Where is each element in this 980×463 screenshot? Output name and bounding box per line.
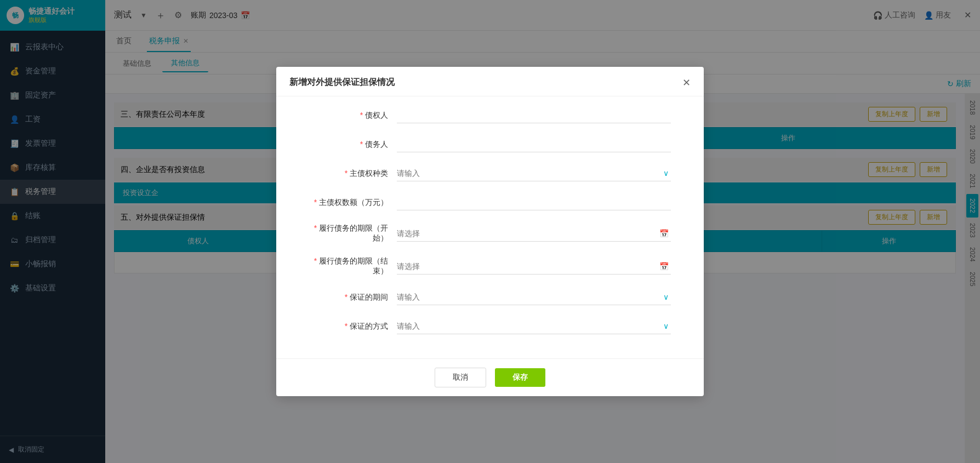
field-guarantee-method-row: * 保证的方式 ∨ xyxy=(309,318,671,334)
period-end-date-wrapper: 📅 xyxy=(397,259,671,275)
modal-add-guarantee: 新增对外提供保证担保情况 ✕ * 债权人 * 债务人 xyxy=(276,67,704,396)
field-debt-amount-label: * 主债权数额（万元） xyxy=(309,198,397,208)
field-period-start-row: * 履行债务的期限（开始） 📅 xyxy=(309,224,671,243)
field-creditor-row: * 债权人 xyxy=(309,107,671,123)
field-debt-type-label: * 主债权种类 xyxy=(309,169,397,179)
modal-overlay: 新增对外提供保证担保情况 ✕ * 债权人 * 债务人 xyxy=(0,0,980,463)
debt-amount-input[interactable] xyxy=(397,195,671,210)
debtor-input[interactable] xyxy=(397,136,671,152)
guarantee-period-select-wrapper: ∨ xyxy=(397,289,671,305)
debt-type-arrow-icon[interactable]: ∨ xyxy=(661,169,671,178)
debt-type-input[interactable] xyxy=(397,165,661,181)
period-end-calendar-icon[interactable]: 📅 xyxy=(657,262,671,271)
guarantee-period-arrow-icon[interactable]: ∨ xyxy=(661,293,671,301)
field-debt-amount-row: * 主债权数额（万元） xyxy=(309,195,671,210)
debt-type-select-wrapper: ∨ xyxy=(397,165,671,181)
field-guarantee-period-label: * 保证的期间 xyxy=(309,293,397,302)
field-debtor-row: * 债务人 xyxy=(309,136,671,152)
field-period-end-label: * 履行债务的期限（结束） xyxy=(309,256,397,276)
period-end-input[interactable] xyxy=(397,259,657,274)
field-period-end-row: * 履行债务的期限（结束） 📅 xyxy=(309,256,671,276)
field-guarantee-method-label: * 保证的方式 xyxy=(309,322,397,331)
period-start-date-wrapper: 📅 xyxy=(397,226,671,242)
guarantee-method-input[interactable] xyxy=(397,318,661,334)
creditor-input[interactable] xyxy=(397,107,671,123)
save-button[interactable]: 保存 xyxy=(495,368,545,387)
modal-title: 新增对外提供保证担保情况 xyxy=(289,77,395,88)
period-start-input[interactable] xyxy=(397,226,657,241)
field-guarantee-period-row: * 保证的期间 ∨ xyxy=(309,289,671,305)
modal-close-button[interactable]: ✕ xyxy=(682,78,691,88)
cancel-button[interactable]: 取消 xyxy=(435,368,486,387)
guarantee-method-arrow-icon[interactable]: ∨ xyxy=(661,322,671,330)
field-debtor-label: * 债务人 xyxy=(309,140,397,150)
modal-body: * 债权人 * 债务人 * 主债权种类 xyxy=(276,96,704,358)
field-period-start-label: * 履行债务的期限（开始） xyxy=(309,224,397,243)
field-creditor-label: * 债权人 xyxy=(309,111,397,121)
period-start-calendar-icon[interactable]: 📅 xyxy=(657,229,671,238)
modal-footer: 取消 保存 xyxy=(276,358,704,396)
modal-header: 新增对外提供保证担保情况 ✕ xyxy=(276,67,704,96)
guarantee-method-select-wrapper: ∨ xyxy=(397,318,671,334)
field-debt-type-row: * 主债权种类 ∨ xyxy=(309,165,671,181)
guarantee-period-input[interactable] xyxy=(397,289,661,305)
